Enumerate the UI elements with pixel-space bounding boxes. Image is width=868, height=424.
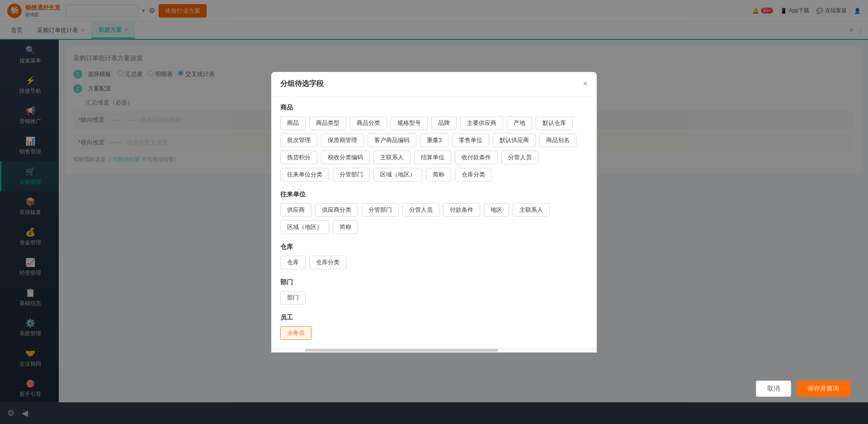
field-tag-product-alias[interactable]: 商品别名 [539,133,576,147]
field-tag-product-type[interactable]: 商品类型 [309,116,346,130]
modal-title: 分组待选字段 [280,79,324,89]
dept-fields: 部门 [280,291,588,305]
field-group-employee-title: 员工 [280,314,588,322]
field-tag-supplier[interactable]: 供应商 [280,203,311,217]
field-tag-short-name-partner[interactable]: 简称 [333,220,358,234]
modal-header: 分组待选字段 × [271,72,597,96]
field-tag-tax-code[interactable]: 税收分类编码 [321,151,370,164]
field-tag-warehouse-category[interactable]: 仓库分类 [455,168,492,181]
field-group-dept-title: 部门 [280,278,588,286]
field-group-employee: 员工 业务员 [280,314,588,340]
field-tag-spec-model[interactable]: 规格型号 [391,116,428,130]
field-tag-pay-terms[interactable]: 付款条件 [443,203,480,217]
field-tag-weight3[interactable]: 重量3 [420,133,448,147]
field-tag-manage-person[interactable]: 分管人员 [402,203,439,217]
field-tag-product[interactable]: 商品 [280,116,306,130]
modal-overlay: 分组待选字段 × 商品 商品 商品类型 商品分类 规格型号 品牌 主要供应商 产… [0,0,868,424]
field-tag-customer-code[interactable]: 客户商品编码 [368,133,416,147]
product-fields: 商品 商品类型 商品分类 规格型号 品牌 主要供应商 产地 默认仓库 批次管理 … [280,116,588,181]
field-tag-dept[interactable]: 分管部门 [333,168,370,181]
field-tag-region-product[interactable]: 区域（地区） [373,168,422,181]
field-tag-main-contact-partner[interactable]: 主联系人 [513,203,550,217]
field-tag-pick-points[interactable]: 拣货积分 [280,151,317,164]
partner-fields: 供应商 供应商分类 分管部门 分管人员 付款条件 地区 主联系人 区域（地区） … [280,203,588,234]
field-group-partner-title: 往来单位 [280,191,588,199]
field-tag-sales-rep[interactable]: 业务员 [280,326,311,340]
modal: 分组待选字段 × 商品 商品 商品类型 商品分类 规格型号 品牌 主要供应商 产… [271,72,597,353]
cancel-button[interactable]: 取消 [756,381,791,397]
field-tag-expiry-mgmt[interactable]: 保质期管理 [321,133,364,147]
field-tag-origin[interactable]: 产地 [507,116,532,130]
field-tag-retail-unit[interactable]: 零售单位 [452,133,489,147]
field-group-warehouse-title: 仓库 [280,243,588,251]
warehouse-fields: 仓库 仓库分类 [280,256,588,269]
save-query-button[interactable]: 保存并查询 [797,381,850,397]
field-tag-partner-category[interactable]: 往来单位分类 [280,168,329,181]
modal-body: 商品 商品 商品类型 商品分类 规格型号 品牌 主要供应商 产地 默认仓库 批次… [271,96,597,348]
field-tag-warehouse-cat[interactable]: 仓库分类 [309,256,346,269]
field-tag-area[interactable]: 地区 [484,203,509,217]
hscroll-bar [305,349,498,352]
field-tag-main-contact[interactable]: 主联系人 [373,151,410,164]
field-tag-manager[interactable]: 分管人员 [501,151,538,164]
field-tag-main-supplier[interactable]: 主要供应商 [460,116,503,130]
field-group-product-title: 商品 [280,104,588,112]
field-tag-warehouse[interactable]: 仓库 [280,256,306,269]
field-tag-department[interactable]: 部门 [280,291,306,305]
field-group-dept: 部门 部门 [280,278,588,305]
field-group-warehouse: 仓库 仓库 仓库分类 [280,243,588,269]
field-tag-manage-dept[interactable]: 分管部门 [362,203,399,217]
field-tag-supplier-category[interactable]: 供应商分类 [315,203,358,217]
field-tag-default-warehouse[interactable]: 默认仓库 [536,116,573,130]
field-tag-payment-terms[interactable]: 收付款条件 [455,151,498,164]
field-group-partner: 往来单位 供应商 供应商分类 分管部门 分管人员 付款条件 地区 主联系人 区域… [280,191,588,234]
employee-fields: 业务员 [280,326,588,340]
modal-footer: 取消 保存并查询 [756,381,850,397]
field-group-product: 商品 商品 商品类型 商品分类 规格型号 品牌 主要供应商 产地 默认仓库 批次… [280,104,588,181]
field-tag-settlement-unit[interactable]: 结算单位 [414,151,451,164]
field-tag-batch-mgmt[interactable]: 批次管理 [280,133,317,147]
field-tag-brand[interactable]: 品牌 [431,116,457,130]
field-tag-region-partner[interactable]: 区域（地区） [280,220,329,234]
field-tag-default-supplier[interactable]: 默认供应商 [493,133,536,147]
field-tag-product-category[interactable]: 商品分类 [350,116,387,130]
modal-hscroll[interactable] [271,348,597,353]
modal-close-btn[interactable]: × [583,79,588,89]
field-tag-short-name-product[interactable]: 简称 [426,168,451,181]
